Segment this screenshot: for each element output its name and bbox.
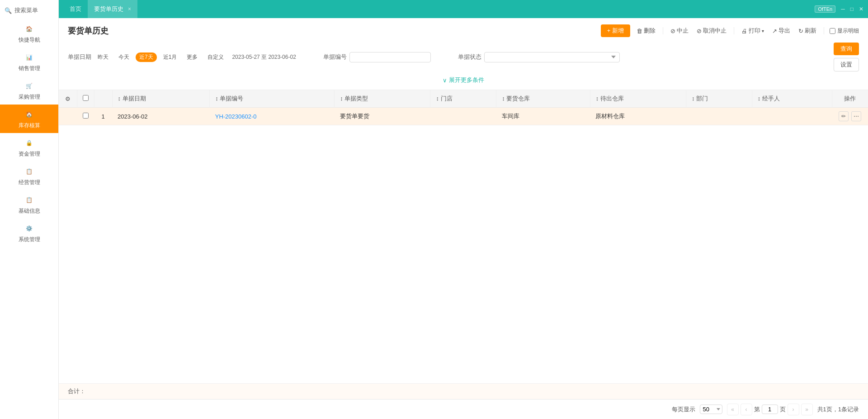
row-index: 1 <box>94 108 112 125</box>
row-dept <box>686 108 752 125</box>
sidebar-item-operations[interactable]: 📋 经营管理 <box>0 162 58 190</box>
sidebar-item-finance[interactable]: 🔒 资金管理 <box>0 133 58 162</box>
settings-button[interactable]: 设置 <box>834 58 859 71</box>
sidebar-item-sales[interactable]: 📊 销售管理 <box>0 48 58 76</box>
cancel-stop-label: 取消中止 <box>703 27 726 35</box>
col-wait-warehouse: ↕ 待出仓库 <box>590 90 686 108</box>
cancel-stop-button[interactable]: ⊘ 取消中止 <box>695 26 728 36</box>
cancel-stop-icon: ⊘ <box>697 28 702 34</box>
row-edit-icon[interactable]: ✏ <box>839 111 849 121</box>
col-settings[interactable]: ⚙ <box>59 90 77 108</box>
page-title: 要货单历史 <box>68 25 108 36</box>
page-jump-label: 第 <box>754 405 760 414</box>
table-row: 1 2023-06-02 YH-20230602-0 要货单要货 车间库 原材料… <box>59 108 868 125</box>
date-filter: 单据日期 昨天今天近7天近1月更多自定义 2023-05-27 至 2023-0… <box>68 52 296 62</box>
export-button[interactable]: ↗ 导出 <box>770 26 792 36</box>
sidebar-icon-finance: 🔒 <box>24 138 35 148</box>
date-btn-custom[interactable]: 自定义 <box>204 52 227 62</box>
sidebar-label-inventory: 库存核算 <box>19 122 40 129</box>
stop-label: 中止 <box>677 27 689 35</box>
sidebar-icon-home: 🏠 <box>24 24 35 34</box>
status-label: 单据状态 <box>458 53 481 61</box>
date-btn-more[interactable]: 更多 <box>183 52 201 62</box>
total-info: 共1页，1条记录 <box>817 405 859 414</box>
date-btn-last7days[interactable]: 近7天 <box>136 52 157 62</box>
window-close[interactable]: ✕ <box>859 6 863 12</box>
next-page-btn[interactable]: › <box>788 404 799 415</box>
sidebar-item-purchase[interactable]: 🛒 采购管理 <box>0 76 58 105</box>
new-button[interactable]: + 新增 <box>601 24 630 37</box>
row-no-link[interactable]: YH-20230602-0 <box>215 113 257 120</box>
status-filter: 单据状态 <box>458 52 820 62</box>
sidebar-icon-operations: 📋 <box>24 166 35 177</box>
date-btn-yesterday[interactable]: 昨天 <box>94 52 112 62</box>
display-detail-label: 显示明细 <box>837 27 859 35</box>
tab-label-history: 要货单历史 <box>94 5 123 13</box>
display-detail-checkbox[interactable]: 显示明细 <box>830 27 859 35</box>
col-date: ↕ 单据日期 <box>112 90 210 108</box>
row-more-icon[interactable]: ⋯ <box>851 111 861 121</box>
date-filter-label: 单据日期 <box>68 53 91 61</box>
search-icon: 🔍 <box>5 7 12 14</box>
table-footer: 合计： <box>59 383 868 399</box>
often-badge: OfTEn <box>815 5 835 13</box>
col-ops: 操作 <box>832 90 868 108</box>
date-btn-last_month[interactable]: 近1月 <box>160 52 181 62</box>
sidebar-item-basic[interactable]: 📋 基础信息 <box>0 190 58 219</box>
row-checkbox-input[interactable] <box>83 113 89 119</box>
refresh-button[interactable]: ↻ 刷新 <box>797 26 818 36</box>
col-dept: ↕ 部门 <box>686 90 752 108</box>
sidebar-item-inventory[interactable]: 🏠 库存核算 <box>0 105 58 133</box>
row-type: 要货单要货 <box>335 108 430 125</box>
row-no[interactable]: YH-20230602-0 <box>210 108 335 125</box>
print-label: 打印 <box>749 27 760 35</box>
last-page-btn[interactable]: » <box>801 404 813 415</box>
print-dropdown-icon: ▾ <box>762 29 764 33</box>
per-page-label: 每页显示 <box>672 405 695 414</box>
sidebar-icon-system: ⚙️ <box>24 223 35 234</box>
toolbar: + 新增 🗑 删除 ⊘ 中止 ⊘ 取消中止 🖨 打印 <box>601 24 859 37</box>
doc-no-input[interactable] <box>349 52 431 62</box>
sidebar-search-label: 搜索菜单 <box>14 6 38 14</box>
sidebar-icon-sales: 📊 <box>24 52 35 63</box>
export-icon: ↗ <box>772 28 777 34</box>
query-button[interactable]: 查询 <box>834 43 859 55</box>
delete-button[interactable]: 🗑 删除 <box>635 26 657 36</box>
status-select[interactable] <box>484 52 620 62</box>
filter-area: 单据日期 昨天今天近7天近1月更多自定义 2023-05-27 至 2023-0… <box>59 37 868 90</box>
display-detail-input[interactable] <box>830 28 835 34</box>
sidebar-label-operations: 经营管理 <box>19 179 40 186</box>
sidebar-label-finance: 资金管理 <box>19 150 40 158</box>
sidebar-label-home: 快捷导航 <box>19 36 40 44</box>
chevron-down-icon: ∨ <box>443 77 447 84</box>
divider3 <box>824 27 824 34</box>
per-page-select[interactable]: 50 10 20 100 <box>700 405 722 414</box>
row-checkbox[interactable] <box>77 108 94 125</box>
sidebar-search[interactable]: 🔍 搜索菜单 <box>0 0 58 19</box>
expand-more-label: 展开更多条件 <box>449 76 484 84</box>
date-btn-today[interactable]: 今天 <box>115 52 133 62</box>
sidebar-item-home[interactable]: 🏠 快捷导航 <box>0 19 58 48</box>
table-header: ⚙ ↕ 单据日期 ↕ 单据编号 ↕ 单据类型 ↕ 门店 ↕ 要货仓库 ↕ 待出仓… <box>59 90 868 108</box>
select-all-checkbox[interactable] <box>83 95 89 101</box>
row-store <box>430 108 496 125</box>
tab-close-history[interactable]: × <box>128 6 131 12</box>
sidebar-item-system[interactable]: ⚙️ 系统管理 <box>0 219 58 247</box>
topbar-right: OfTEn ─ □ ✕ <box>815 5 863 13</box>
query-buttons: 查询 设置 <box>834 43 859 71</box>
doc-no-filter: 单据编号 <box>323 52 431 62</box>
col-store: ↕ 门店 <box>430 90 496 108</box>
page-header: 要货单历史 + 新增 🗑 删除 ⊘ 中止 ⊘ 取消中止 🖨 <box>59 18 868 37</box>
print-button[interactable]: 🖨 打印 ▾ <box>740 26 766 36</box>
export-label: 导出 <box>778 27 790 35</box>
tab-history[interactable]: 要货单历史× <box>88 0 137 18</box>
expand-more-btn[interactable]: ∨ 展开更多条件 <box>68 74 859 86</box>
window-maximize[interactable]: □ <box>850 6 854 12</box>
window-minimize[interactable]: ─ <box>841 6 845 12</box>
prev-page-btn[interactable]: ‹ <box>741 404 752 415</box>
stop-button[interactable]: ⊘ 中止 <box>669 26 690 36</box>
first-page-btn[interactable]: « <box>727 404 739 415</box>
tab-home[interactable]: 首页 <box>63 0 88 18</box>
page-nav: « ‹ 第 页 › » <box>727 404 813 415</box>
page-input[interactable] <box>762 405 778 414</box>
